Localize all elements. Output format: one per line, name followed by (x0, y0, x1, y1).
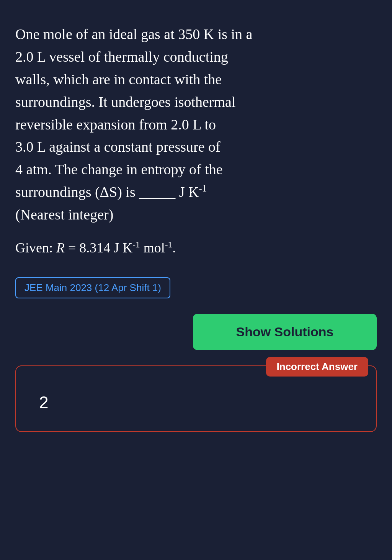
question-line8: surroundings (ΔS) is _____ J K-1 (15, 184, 207, 200)
exam-tag-badge: JEE Main 2023 (12 Apr Shift 1) (15, 277, 170, 298)
given-suffix: . (172, 240, 176, 255)
given-mid: mol (140, 240, 165, 255)
given-sup1: -1 (132, 239, 140, 249)
show-solutions-button[interactable]: Show Solutions (193, 314, 377, 350)
question-line1: One mole of an ideal gas at 350 K is in … (15, 26, 252, 42)
question-line5: reversible expansion from 2.0 L to (15, 116, 216, 133)
answer-value: 2 (31, 389, 361, 412)
question-line9: (Nearest integer) (15, 206, 113, 223)
question-line4: surroundings. It undergoes isothermal (15, 94, 236, 110)
question-line7: 4 atm. The change in entropy of the (15, 161, 223, 177)
answer-section: Incorrect Answer 2 (15, 365, 377, 432)
question-line2: 2.0 L vessel of thermally conducting (15, 49, 228, 65)
question-line3: walls, which are in contact with the (15, 71, 222, 87)
exam-tag-label: JEE Main 2023 (12 Apr Shift 1) (24, 282, 161, 293)
given-sup2: -1 (165, 239, 173, 249)
given-line: Given: R = 8.314 J K-1 mol-1. (15, 237, 377, 258)
question-text: One mole of an ideal gas at 350 K is in … (15, 23, 377, 226)
question-line6: 3.0 L against a constant pressure of (15, 139, 220, 155)
given-prefix: Given: R = 8.314 J K (15, 240, 132, 255)
incorrect-answer-badge: Incorrect Answer (266, 357, 368, 377)
question-container: One mole of an ideal gas at 350 K is in … (11, 15, 381, 537)
